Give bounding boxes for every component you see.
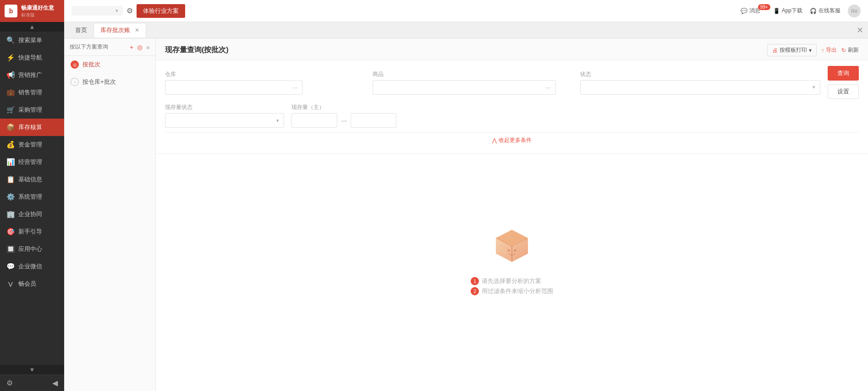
query-title-bar: 现存量查询(按批次) 🖨 按模板打印 ▾ ↑ 导出 ↻ 刷新	[156, 38, 868, 60]
app-version: 标准版	[21, 12, 54, 18]
experience-industry-button[interactable]: 体验行业方案	[137, 4, 185, 18]
print-dropdown-icon: ▾	[809, 47, 812, 54]
sales-icon: 💼	[6, 88, 15, 97]
sidebar-item-quick-nav[interactable]: ⚡ 快捷导航	[0, 49, 64, 66]
filter-collapse-button[interactable]: «	[146, 43, 150, 51]
filter-item-by-warehouse-batch[interactable]: ○ 按仓库+批次	[64, 73, 155, 91]
user-avatar[interactable]: Rit	[848, 5, 861, 17]
sidebar-item-operations[interactable]: 📊 经营管理	[0, 153, 64, 171]
empty-icon	[489, 221, 535, 268]
tab-close-button[interactable]: ✕	[135, 27, 139, 33]
sidebar-item-purchase[interactable]: 🛒 采购管理	[0, 101, 64, 119]
sidebar-item-appstore[interactable]: 🔲 应用中心	[0, 240, 64, 258]
filter-add-button[interactable]: +	[130, 43, 133, 51]
filter-settings-button[interactable]: ◎	[137, 43, 143, 51]
stock-status-field: 现存量状态 ▾	[165, 103, 284, 128]
tab-batch-account[interactable]: 库存批次账 ✕	[93, 23, 146, 38]
range-dash: —	[341, 117, 347, 124]
sidebar-scroll-down[interactable]: ▼	[0, 365, 64, 375]
operations-icon: 📊	[6, 158, 15, 166]
sidebar-scroll-up[interactable]: ▲	[0, 22, 64, 32]
sidebar-item-sales[interactable]: 💼 销售管理	[0, 84, 64, 101]
status-select[interactable]: ▾	[580, 80, 820, 95]
status-field: 状态 ▾	[580, 71, 820, 95]
system-icon: ⚙️	[6, 193, 15, 201]
dropdown-icon: ▾	[115, 8, 118, 14]
warehouse-more-icon[interactable]: ···	[292, 84, 297, 91]
svg-point-5	[508, 249, 510, 251]
warehouse-input[interactable]: ···	[165, 80, 302, 95]
topbar-settings-button[interactable]: ⚙	[126, 6, 133, 15]
sidebar-item-basic[interactable]: 📋 基础信息	[0, 171, 64, 188]
stock-qty-range: —	[291, 113, 859, 128]
sidebar-item-inventory[interactable]: 📦 库存核算	[0, 119, 64, 136]
settings-circle-icon: ◎	[137, 43, 143, 51]
sidebar-item-enterprise[interactable]: 🏢 企业协同	[0, 206, 64, 223]
sidebar-item-finance[interactable]: 💰 资金管理	[0, 136, 64, 153]
stock-status-select[interactable]: ▾	[165, 113, 284, 128]
filter-dot-inactive: ○	[71, 78, 79, 86]
content-area: 按以下方案查询 + ◎ « ◎ 按批次 ○	[64, 38, 868, 391]
print-button[interactable]: 🖨 按模板打印 ▾	[767, 44, 817, 56]
export-icon: ↑	[821, 47, 824, 54]
sidebar-nav: 🔍 搜索菜单 ⚡ 快捷导航 📢 营销推广 💼 销售管理 🛒 采购管理 📦 库存核…	[0, 32, 64, 365]
goods-more-icon[interactable]: ···	[545, 84, 551, 91]
stock-qty-max-input[interactable]	[351, 113, 396, 128]
sidebar-item-guide[interactable]: 🎯 新手引导	[0, 223, 64, 240]
sidebar-item-system[interactable]: ⚙️ 系统管理	[0, 188, 64, 206]
sidebar-footer: ⚙ ◀	[0, 375, 64, 391]
panel-close-button[interactable]: ✕	[857, 25, 863, 35]
gear-icon: ⚙	[126, 7, 133, 15]
member-icon: V	[6, 280, 15, 288]
finance-icon: 💰	[6, 141, 15, 149]
stock-qty-min-input[interactable]	[291, 113, 337, 128]
app-icon: 🔲	[6, 245, 15, 253]
goods-input[interactable]: ···	[373, 80, 556, 95]
empty-state: 1 请先选择要分析的方案 2 用过滤条件来缩小分析范围	[156, 154, 868, 391]
sidebar-settings-button[interactable]: ⚙	[6, 379, 13, 387]
stock-qty-field: 现存量（主） —	[291, 103, 859, 128]
left-arrows-icon: «	[146, 43, 150, 51]
filter-panel-header: 按以下方案查询 + ◎ «	[64, 38, 155, 56]
export-button[interactable]: ↑ 导出	[821, 46, 837, 54]
collapse-conditions-bar[interactable]: ⋀ 收起更多条件	[165, 132, 859, 148]
sidebar-collapse-button[interactable]: ◀	[52, 379, 58, 387]
sidebar-header: b 畅康通好生意 标准版	[0, 0, 64, 22]
app-name: 畅康通好生意	[21, 4, 54, 12]
printer-icon: 🖨	[772, 47, 778, 54]
goods-field: 商品 ···	[373, 71, 573, 95]
search-icon: 🔍	[6, 36, 15, 44]
app-download-action[interactable]: 📱 App下载	[773, 7, 802, 15]
filter-header-actions: + ◎ «	[130, 43, 150, 51]
online-service-action[interactable]: 🎧 在线客服	[810, 7, 841, 15]
filter-row-1: 仓库 ··· 商品 ··· 状态	[165, 66, 859, 99]
query-button[interactable]: 查询	[828, 66, 859, 81]
warehouse-label: 仓库	[165, 71, 365, 78]
add-icon: +	[130, 43, 133, 51]
messages-action[interactable]: 💬 消息 99+	[741, 7, 766, 15]
tab-home[interactable]: 首页	[69, 23, 93, 37]
refresh-icon: ↻	[841, 47, 846, 54]
settings-small-button[interactable]: 设置	[828, 84, 859, 99]
sidebar-item-marketing[interactable]: 📢 营销推广	[0, 66, 64, 84]
sidebar-title-block: 畅康通好生意 标准版	[21, 4, 54, 18]
phone-icon: 📱	[773, 8, 780, 14]
message-icon: 💬	[741, 8, 747, 14]
warehouse-field: 仓库 ···	[165, 71, 365, 95]
filter-header-label: 按以下方案查询	[70, 43, 108, 51]
tip-number-2: 2	[471, 287, 479, 295]
wechat-icon: 💬	[6, 262, 15, 271]
topbar-search-area[interactable]: ▾	[71, 6, 123, 16]
filter-dot-active: ◎	[71, 60, 79, 69]
stock-status-arrow: ▾	[276, 118, 279, 124]
refresh-button[interactable]: ↻ 刷新	[841, 46, 859, 54]
sidebar-item-search[interactable]: 🔍 搜索菜单	[0, 32, 64, 49]
enterprise-icon: 🏢	[6, 210, 15, 218]
sidebar: b 畅康通好生意 标准版 ▲ 🔍 搜索菜单 ⚡ 快捷导航 📢 营销推广 💼 销售…	[0, 0, 64, 391]
filter-item-by-batch[interactable]: ◎ 按批次	[64, 56, 155, 73]
cart-icon: 🛒	[6, 106, 15, 114]
inventory-icon: 📦	[6, 123, 15, 131]
sidebar-item-wechat[interactable]: 💬 企业微信	[0, 258, 64, 275]
headset-icon: 🎧	[810, 8, 817, 14]
sidebar-item-member[interactable]: V 畅会员	[0, 275, 64, 293]
